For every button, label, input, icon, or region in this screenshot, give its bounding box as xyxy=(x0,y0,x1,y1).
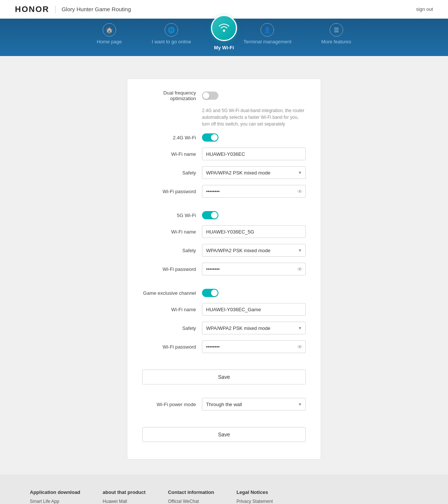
nav-more-label: More features xyxy=(321,39,351,44)
divider-1 xyxy=(142,204,306,211)
wifi5-safety-select[interactable]: WPA/WPA2 PSK mixed mode WPA3 None xyxy=(202,244,306,257)
header-divider xyxy=(55,6,56,13)
footer-link-wechat[interactable]: Official WeChat xyxy=(168,499,214,504)
wifi5-name-control xyxy=(202,225,306,238)
wifi24-name-row: Wi-Fi name xyxy=(142,148,306,160)
game-name-label: Wi-Fi name xyxy=(142,307,202,312)
footer-col-product-heading: about that product xyxy=(103,489,146,495)
save-button-1[interactable]: Save xyxy=(142,370,306,384)
wifi5-safety-label: Safety xyxy=(142,248,202,253)
wifi5-password-label: Wi-Fi password xyxy=(142,266,202,272)
dual-freq-toggle-wrapper xyxy=(202,92,306,100)
nav-online[interactable]: 🌐 I want to go online xyxy=(137,23,206,49)
game-channel-toggle-row: Game exclusive channel xyxy=(142,289,306,297)
wifi24-name-label: Wi-Fi name xyxy=(142,151,202,157)
wifi24-toggle-row: 2.4G Wi-Fi xyxy=(142,133,306,142)
wifi5-name-input[interactable] xyxy=(202,225,306,238)
wifi5-toggle-wrapper xyxy=(202,211,306,219)
wifi5-toggle[interactable] xyxy=(202,211,218,219)
game-name-row: Wi-Fi name xyxy=(142,303,306,316)
sign-out-link[interactable]: sign out xyxy=(416,6,433,12)
footer-col-contact-heading: Contact information xyxy=(168,489,214,495)
wifi5-safety-row: Safety WPA/WPA2 PSK mixed mode WPA3 None… xyxy=(142,244,306,257)
wifi24-safety-label: Safety xyxy=(142,170,202,176)
divider-2 xyxy=(142,281,306,289)
nav-terminal[interactable]: 👤 Terminal management xyxy=(228,23,307,49)
wifi5-name-row: Wi-Fi name xyxy=(142,225,306,238)
dual-freq-toggle-knob xyxy=(203,92,209,99)
game-eye-icon[interactable]: 👁 xyxy=(297,344,303,350)
wifi24-safety-select[interactable]: WPA/WPA2 PSK mixed mode WPA3 None xyxy=(202,166,306,179)
nav: 🏠 Home page 🌐 I want to go online My Wi-… xyxy=(0,19,448,56)
dual-freq-toggle[interactable] xyxy=(202,92,218,100)
game-channel-toggle[interactable] xyxy=(202,289,218,297)
footer-link-privacy[interactable]: Privacy Statement xyxy=(236,499,301,504)
wifi-power-label: Wi-Fi power mode xyxy=(142,402,202,407)
wifi24-label: 2.4G Wi-Fi xyxy=(142,135,202,140)
game-safety-select-wrapper: WPA/WPA2 PSK mixed mode WPA3 None ▼ xyxy=(202,322,306,334)
save-button-2[interactable]: Save xyxy=(142,427,306,442)
footer-link-smart-life[interactable]: Smart Life App xyxy=(30,499,80,504)
game-safety-select[interactable]: WPA/WPA2 PSK mixed mode WPA3 None xyxy=(202,322,306,334)
game-password-label: Wi-Fi password xyxy=(142,344,202,350)
footer-col-contact: Contact information Official WeChat xyxy=(168,489,214,504)
svg-point-0 xyxy=(223,30,225,32)
footer-col-legal: Legal Notices Privacy Statement Open sou… xyxy=(236,489,301,504)
wifi5-toggle-knob xyxy=(211,212,218,219)
wifi-power-select[interactable]: Through the wall Standard Low power xyxy=(202,398,306,411)
dual-freq-row: Dual frequency optimization xyxy=(142,90,306,101)
divider-3 xyxy=(142,359,306,367)
wifi-circle-icon xyxy=(211,15,237,41)
footer: Application download Smart Life App abou… xyxy=(0,474,448,504)
wifi-icon xyxy=(217,21,231,35)
game-channel-label: Game exclusive channel xyxy=(142,290,202,296)
wifi5-eye-icon[interactable]: 👁 xyxy=(297,266,303,272)
honor-logo: HONOR xyxy=(15,4,49,14)
game-password-row: Wi-Fi password 👁 xyxy=(142,340,306,353)
wifi-power-select-wrapper: Through the wall Standard Low power ▼ xyxy=(202,398,306,411)
wifi5-password-input[interactable] xyxy=(202,263,306,275)
wifi24-eye-icon[interactable]: 👁 xyxy=(297,188,303,195)
wifi24-name-control xyxy=(202,148,306,160)
wifi24-password-wrapper: 👁 xyxy=(202,185,306,198)
nav-home[interactable]: 🏠 Home page xyxy=(82,23,137,49)
wifi5-password-row: Wi-Fi password 👁 xyxy=(142,263,306,275)
wifi-power-row: Wi-Fi power mode Through the wall Standa… xyxy=(142,398,306,411)
game-channel-toggle-knob xyxy=(211,290,218,296)
footer-link-huawei-mall[interactable]: Huawei Mall xyxy=(103,499,146,504)
nav-online-label: I want to go online xyxy=(152,39,191,44)
divider-5 xyxy=(142,417,306,424)
menu-icon: ☰ xyxy=(330,23,343,37)
globe-icon: 🌐 xyxy=(165,23,178,37)
footer-col-download: Application download Smart Life App xyxy=(30,489,80,504)
dual-freq-label: Dual frequency optimization xyxy=(142,90,202,101)
game-password-input[interactable] xyxy=(202,340,306,353)
nav-terminal-label: Terminal management xyxy=(243,39,292,44)
wifi24-toggle[interactable] xyxy=(202,133,218,142)
wifi24-password-input[interactable] xyxy=(202,185,306,198)
footer-col-product: about that product Huawei Mall Pollen Fo… xyxy=(103,489,146,504)
game-password-wrapper: 👁 xyxy=(202,340,306,353)
wifi5-toggle-row: 5G Wi-Fi xyxy=(142,211,306,219)
wifi24-password-label: Wi-Fi password xyxy=(142,189,202,194)
game-safety-row: Safety WPA/WPA2 PSK mixed mode WPA3 None… xyxy=(142,322,306,334)
settings-card: Dual frequency optimization 2.4G and 5G … xyxy=(127,78,321,460)
divider-4 xyxy=(142,390,306,398)
game-name-input[interactable] xyxy=(202,303,306,316)
home-icon: 🏠 xyxy=(103,23,116,37)
wifi24-toggle-knob xyxy=(211,134,218,141)
wifi24-safety-select-wrapper: WPA/WPA2 PSK mixed mode WPA3 None ▼ xyxy=(202,166,306,179)
user-icon: 👤 xyxy=(261,23,274,37)
dual-freq-desc: 2.4G and 5G Wi-Fi dual-band integration,… xyxy=(202,107,306,127)
footer-links: Application download Smart Life App abou… xyxy=(30,489,418,504)
wifi24-name-input[interactable] xyxy=(202,148,306,160)
wifi24-safety-row: Safety WPA/WPA2 PSK mixed mode WPA3 None… xyxy=(142,166,306,179)
main-content: Dual frequency optimization 2.4G and 5G … xyxy=(0,56,448,474)
game-channel-toggle-wrapper xyxy=(202,289,306,297)
wifi24-toggle-wrapper xyxy=(202,133,306,142)
nav-mywifi[interactable]: My Wi-Fi xyxy=(211,15,237,50)
game-safety-label: Safety xyxy=(142,325,202,331)
footer-col-download-heading: Application download xyxy=(30,489,80,495)
nav-more[interactable]: ☰ More features xyxy=(307,23,366,49)
header-title: Glory Hunter Game Routing xyxy=(62,6,131,12)
